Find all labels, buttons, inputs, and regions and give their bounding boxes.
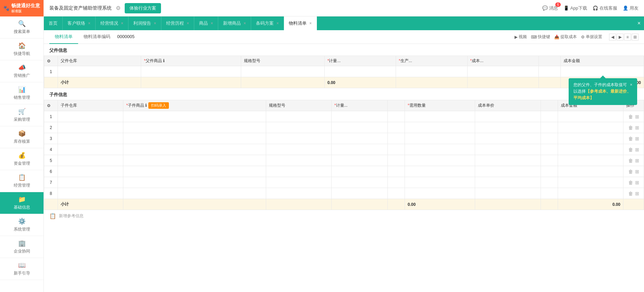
- child-warehouse-cell[interactable]: [58, 111, 123, 122]
- sidebar-item-finance[interactable]: 💰 资金管理: [0, 148, 44, 170]
- child-warehouse-cell[interactable]: [58, 155, 123, 166]
- child-spec-cell[interactable]: [266, 144, 331, 155]
- tab-close-icon[interactable]: ×: [121, 21, 123, 26]
- tab-profit[interactable]: 利润报告 ×: [128, 16, 161, 30]
- child-goods-cell[interactable]: [123, 177, 266, 188]
- child-unit-cell[interactable]: [331, 155, 387, 166]
- copy-icon[interactable]: ⊞: [635, 147, 639, 152]
- unit-cost-cell[interactable]: [475, 177, 541, 188]
- unit-cost-cell[interactable]: [475, 144, 541, 155]
- copy-icon[interactable]: ⊞: [635, 180, 639, 185]
- subtab-bom-code[interactable]: 物料清单编码 0000005: [78, 30, 140, 44]
- child-spec-cell[interactable]: [266, 133, 331, 144]
- tab-close-icon[interactable]: ×: [276, 21, 279, 26]
- nav-menu-button[interactable]: ≡: [624, 34, 631, 40]
- child-spec-cell[interactable]: [266, 155, 331, 166]
- child-goods-cell[interactable]: [123, 144, 266, 155]
- user-avatar[interactable]: 👤 用友: [623, 5, 639, 11]
- parent-goods-cell[interactable]: [141, 66, 241, 77]
- sidebar-item-quicknav[interactable]: 🏠 快捷导航: [0, 38, 44, 60]
- child-warehouse-cell[interactable]: [58, 177, 123, 188]
- production-cell[interactable]: [396, 66, 467, 77]
- delete-icon[interactable]: 🗑: [628, 158, 633, 163]
- trial-button[interactable]: 体验行业方案: [125, 3, 161, 13]
- tab-history[interactable]: 经营历程 ×: [161, 16, 194, 30]
- nav-next-button[interactable]: ▶: [617, 34, 623, 40]
- cost-cell[interactable]: [467, 66, 538, 77]
- doc-settings-button[interactable]: ⚙ 单据设置: [581, 34, 602, 40]
- th-settings-child[interactable]: ⚙: [44, 100, 58, 111]
- message-button[interactable]: 💬 消息 6: [542, 5, 558, 11]
- unit-cost-cell[interactable]: [475, 166, 541, 177]
- video-button[interactable]: ▶ 视频: [515, 34, 527, 40]
- tab-bom[interactable]: 物料清单 ×: [284, 16, 317, 30]
- child-goods-cell[interactable]: [123, 188, 266, 199]
- needed-qty-cell[interactable]: [405, 177, 475, 188]
- unit-cost-cell[interactable]: [475, 133, 541, 144]
- needed-qty-cell[interactable]: [405, 155, 475, 166]
- child-unit-cell[interactable]: [331, 188, 387, 199]
- tab-newgoods[interactable]: 新增商品 ×: [218, 16, 251, 30]
- parent-warehouse-cell[interactable]: [58, 66, 141, 77]
- child-unit-cell[interactable]: [331, 122, 387, 133]
- copy-icon[interactable]: ⊞: [635, 136, 639, 141]
- tab-close-icon[interactable]: ×: [187, 21, 189, 26]
- close-all-button[interactable]: ×: [634, 20, 644, 26]
- unit-cell[interactable]: [324, 66, 396, 77]
- child-spec-cell[interactable]: [266, 177, 331, 188]
- th-settings[interactable]: ⚙: [44, 56, 58, 66]
- copy-icon[interactable]: ⊞: [635, 158, 639, 163]
- delete-icon[interactable]: 🗑: [628, 147, 633, 152]
- child-unit-cell[interactable]: [331, 133, 387, 144]
- delete-icon[interactable]: 🗑: [628, 191, 633, 196]
- subtab-bom[interactable]: 物料清单: [49, 30, 78, 44]
- extract-cost-button[interactable]: 📥 提取成本: [554, 34, 577, 40]
- sidebar-item-sales[interactable]: 📊 销售管理: [0, 82, 44, 104]
- tab-customer[interactable]: 客户联络 ×: [63, 16, 96, 30]
- tab-ops[interactable]: 经营情况 ×: [96, 16, 128, 30]
- spec-cell[interactable]: [241, 66, 324, 77]
- tab-home[interactable]: 首页: [44, 16, 63, 30]
- delete-icon[interactable]: 🗑: [628, 180, 633, 185]
- tooltip-close-button[interactable]: ×: [630, 82, 632, 88]
- shortcut-button[interactable]: ⌨ 快捷键: [531, 34, 550, 40]
- nav-prev-button[interactable]: ◀: [609, 34, 616, 40]
- child-unit-cell[interactable]: [331, 166, 387, 177]
- sidebar-item-enterprise[interactable]: 🏢 企业协同: [0, 236, 44, 258]
- child-warehouse-cell[interactable]: [58, 122, 123, 133]
- delete-icon[interactable]: 🗑: [628, 125, 633, 130]
- scan-button[interactable]: 扫码录入: [148, 102, 169, 109]
- child-goods-cell[interactable]: [123, 122, 266, 133]
- delete-icon[interactable]: 🗑: [628, 114, 633, 119]
- delete-icon[interactable]: 🗑: [628, 136, 633, 141]
- child-goods-cell[interactable]: [123, 155, 266, 166]
- child-goods-cell[interactable]: [123, 111, 266, 122]
- sidebar-item-marketing[interactable]: 📣 营销推广: [0, 60, 44, 82]
- tab-close-icon[interactable]: ×: [244, 21, 246, 26]
- child-spec-cell[interactable]: [266, 166, 331, 177]
- sidebar-item-search[interactable]: 🔍 搜索菜单: [0, 16, 44, 38]
- online-service-button[interactable]: 🎧 在线客服: [593, 5, 617, 11]
- copy-icon[interactable]: ⊞: [635, 125, 639, 130]
- sidebar-item-purchase[interactable]: 🛒 采购管理: [0, 104, 44, 126]
- tab-barcode[interactable]: 条码方案 ×: [251, 16, 284, 30]
- needed-qty-cell[interactable]: [405, 111, 475, 122]
- copy-icon[interactable]: ⊞: [635, 114, 639, 119]
- needed-qty-cell[interactable]: [405, 122, 475, 133]
- child-spec-cell[interactable]: [266, 111, 331, 122]
- settings-icon[interactable]: ⚙: [116, 5, 121, 11]
- needed-qty-cell[interactable]: [405, 166, 475, 177]
- child-goods-cell[interactable]: [123, 133, 266, 144]
- nav-expand-button[interactable]: ⊞: [632, 34, 639, 40]
- tab-close-icon[interactable]: ×: [309, 21, 312, 26]
- copy-icon[interactable]: ⊞: [635, 191, 639, 196]
- sidebar-item-newbie[interactable]: 📖 新手引导: [0, 258, 44, 280]
- sidebar-item-basic[interactable]: 📁 基础信息: [0, 192, 44, 214]
- needed-qty-cell[interactable]: [405, 133, 475, 144]
- unit-cost-cell[interactable]: [475, 122, 541, 133]
- unit-cost-cell[interactable]: [475, 155, 541, 166]
- child-warehouse-cell[interactable]: [58, 166, 123, 177]
- child-unit-cell[interactable]: [331, 111, 387, 122]
- child-goods-cell[interactable]: [123, 166, 266, 177]
- delete-icon[interactable]: 🗑: [628, 169, 633, 174]
